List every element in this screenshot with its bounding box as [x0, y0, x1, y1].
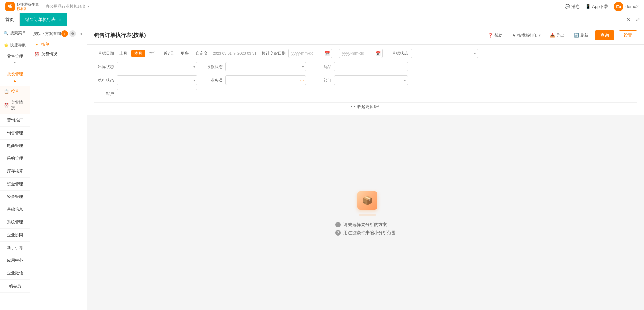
date-range-display: 2023-03-01 至 2023-03-31: [213, 51, 257, 56]
expected-date-label: 预计交货日期: [262, 51, 286, 56]
exec-status-select-wrapper: ▾: [117, 75, 197, 85]
sidebar-item-wechat[interactable]: 企业微信: [0, 267, 30, 280]
payment-status-select[interactable]: [225, 62, 306, 71]
search-button[interactable]: 查询: [595, 30, 614, 40]
sidebar-item-member[interactable]: 畅会员: [0, 280, 30, 293]
tab-close-all-button[interactable]: ✕: [625, 15, 632, 24]
salesman-input[interactable]: [225, 75, 306, 85]
sidebar-search-area: 🔍 搜索菜单: [0, 26, 30, 40]
quick-nav-button[interactable]: ⭐ 快捷导航: [0, 40, 30, 50]
sidebar-item-label: 库存核算: [7, 168, 23, 174]
sidebar-item-retail[interactable]: 零售管理 ▼: [0, 50, 30, 68]
sidebar-submenu-wholesale: 📋 按单 ⏰ 欠货情况: [0, 86, 30, 114]
dept-select-wrapper: ▾: [334, 75, 408, 85]
print-icon: 🖨: [512, 33, 516, 38]
exec-status-select[interactable]: [117, 75, 197, 85]
expected-date-end-control: 📅: [339, 49, 383, 58]
sidebar-item-purchase[interactable]: 采购管理: [0, 152, 30, 165]
user-profile[interactable]: Ea demo2: [614, 2, 639, 11]
collapse-panel-button[interactable]: «: [77, 30, 84, 37]
refresh-button[interactable]: 🔄 刷新: [571, 31, 591, 40]
sidebar-item-sales[interactable]: 销售管理: [0, 127, 30, 140]
print-button[interactable]: 🖨 按模板打印 ▾: [509, 31, 543, 40]
top-bar: 畅 畅捷通好生意 标准版 办公用品行业模拟账套 ▾ 💬 消息 📱 App下载 E…: [0, 0, 644, 13]
logo-symbol: 畅: [8, 4, 12, 9]
sidebar-item-inventory[interactable]: 库存核算: [0, 165, 30, 178]
sidebar-item-marketing[interactable]: 营销推广: [0, 114, 30, 127]
sidebar-submenu-item-debt[interactable]: ⏰ 欠货情况: [0, 97, 30, 114]
breadcrumb-arrow-icon[interactable]: ▾: [87, 4, 89, 9]
expected-date-end-input[interactable]: [339, 49, 383, 58]
tab-sales-order[interactable]: 销售订单执行表 ✕: [20, 13, 67, 26]
search-icon: 🔍: [4, 31, 9, 36]
sidebar-item-label: 营销推广: [7, 117, 23, 123]
breadcrumb-text: 办公用品行业模拟账套: [46, 4, 86, 9]
customer-input[interactable]: [117, 89, 197, 98]
tab-home[interactable]: 首页: [0, 13, 20, 26]
filter-row-4: 客户 ···: [94, 89, 637, 98]
expected-date-start-input[interactable]: [288, 49, 332, 58]
sidebar-item-label: 批发管理: [7, 71, 23, 77]
empty-tips: 1 请先选择要分析的方案 2 用过滤条件来缩小分析范围: [335, 222, 396, 236]
sidebar-item-label: 系统管理: [7, 219, 23, 225]
collapse-label: 收起更多条件: [357, 104, 381, 110]
sidebar-item-ecommerce[interactable]: 电商管理: [0, 140, 30, 152]
date-more-button[interactable]: 更多: [178, 50, 192, 57]
filter-item-by-order[interactable]: 🔸 按单: [33, 40, 84, 49]
sidebar-item-wholesale[interactable]: 批发管理 ▲: [0, 68, 30, 86]
filter-settings-button[interactable]: 设置: [619, 30, 637, 40]
goods-input-control: ···: [334, 62, 408, 71]
salesman-label: 业务员: [203, 78, 223, 83]
delivery-status-select-wrapper: ▾: [117, 62, 197, 71]
salesman-more-icon[interactable]: ···: [300, 78, 304, 83]
customer-more-icon[interactable]: ···: [191, 91, 195, 96]
sidebar-item-finance[interactable]: 资金管理: [0, 178, 30, 191]
sidebar-item-system[interactable]: 系统管理: [0, 216, 30, 229]
salesman-input-control: ···: [225, 75, 306, 85]
sidebar-item-label: 畅会员: [9, 283, 21, 289]
goods-input[interactable]: [334, 62, 408, 71]
message-icon: 💬: [565, 4, 570, 9]
status-select[interactable]: [411, 49, 478, 58]
settings-scheme-button[interactable]: ⚙: [69, 30, 76, 37]
filter-group-expected-date: 预计交货日期 📅 — 📅: [262, 49, 383, 58]
empty-shadow: [358, 214, 377, 216]
date-last-month-button[interactable]: 上月: [117, 50, 130, 57]
sidebar-submenu-item-sales-order[interactable]: 📋 按单: [0, 86, 30, 97]
date-label: 单据日期: [94, 51, 114, 56]
date-this-month-button[interactable]: 本月: [131, 50, 145, 57]
date-last7-button[interactable]: 近7天: [161, 50, 177, 57]
app-download-button[interactable]: 📱 App下载: [585, 4, 608, 10]
expected-date-start-control: 📅: [288, 49, 332, 58]
sidebar-item-newbie[interactable]: 新手引导: [0, 242, 30, 254]
tab-close-icon[interactable]: ✕: [58, 17, 62, 22]
date-this-year-button[interactable]: 本年: [146, 50, 160, 57]
filter-item-debt[interactable]: ⏰ 欠货情况: [33, 49, 84, 59]
collapse-more-button[interactable]: ∧∧ 收起更多条件: [350, 104, 381, 110]
filter-section: 单据日期 上月 本月 本年 近7天 更多 自定义 2023-03-01 至 20…: [87, 45, 644, 115]
sidebar-search-button[interactable]: 🔍 搜索菜单: [3, 29, 27, 37]
export-button[interactable]: 📤 导出: [547, 31, 567, 40]
delivery-status-select[interactable]: [117, 62, 197, 71]
add-scheme-button[interactable]: +: [61, 30, 68, 37]
message-button[interactable]: 💬 消息: [565, 4, 580, 10]
empty-state: 📦 1 请先选择要分析的方案 2 用过滤条件来缩小分析范围: [87, 115, 644, 310]
sidebar-item-corp[interactable]: 企业协同: [0, 229, 30, 242]
goods-label: 商品: [311, 64, 331, 70]
sidebar-item-basic[interactable]: 基础信息: [0, 203, 30, 216]
logo-box: 畅 畅捷通好生意 标准版: [5, 2, 39, 11]
sidebar-item-apps[interactable]: 应用中心: [0, 254, 30, 267]
tab-sales-order-label: 销售订单执行表: [25, 17, 56, 23]
date-custom-button[interactable]: 自定义: [193, 50, 210, 57]
help-button[interactable]: ❓ 帮助: [485, 31, 505, 40]
tab-restore-button[interactable]: ⤢: [634, 15, 641, 24]
sidebar-item-label: 电商管理: [7, 143, 23, 149]
page-header-top: 销售订单执行表(按单) ❓ 帮助 🖨 按模板打印 ▾ 📤: [94, 30, 637, 40]
goods-more-icon[interactable]: ···: [402, 64, 406, 69]
filter-group-dept: 部门 ▾: [311, 75, 408, 85]
dept-select[interactable]: [334, 75, 408, 85]
sidebar-item-operation[interactable]: 经营管理: [0, 191, 30, 203]
filter-item-icon: 🔸: [34, 42, 39, 47]
sidebar-chevron-icon: ▼: [13, 61, 17, 64]
main-layout: 🔍 搜索菜单 ⭐ 快捷导航 零售管理 ▼ 批发管理 ▲ 📋 按单 ⏰ 欠货情况: [0, 26, 644, 310]
